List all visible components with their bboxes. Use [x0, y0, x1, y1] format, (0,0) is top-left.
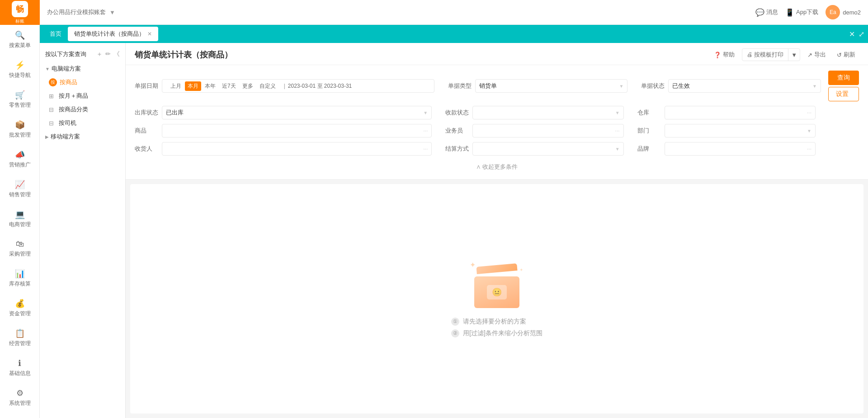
- empty-tip-2: ② 用[过滤]条件来缩小分析范围: [451, 329, 542, 337]
- page-content: 按以下方案查询 ＋ ✏ 《 ▼ 电脑端方案 按 按商品 ⊞: [40, 43, 868, 418]
- tab-close-icon[interactable]: ✕: [147, 31, 152, 37]
- sidebar-icon-wholesale: 📦: [15, 120, 25, 130]
- empty-state: 😐 ✦ ✦ ① 请先选择要分析的方案: [451, 261, 542, 337]
- filter-row-4: 收货人 ··· 结算方式 ▼: [135, 142, 859, 156]
- template-print-button[interactable]: 🖨 按模板打印 ▼: [742, 48, 801, 61]
- tree-group-mobile-header[interactable]: ▶ 移动端方案: [40, 130, 125, 143]
- settings-button[interactable]: 设置: [828, 87, 859, 101]
- sidebar-icon-base: ℹ: [18, 358, 21, 368]
- sidebar-label-marketing: 营销推广: [9, 161, 31, 169]
- message-button[interactable]: 💬 消息: [755, 8, 778, 17]
- tree-group-mobile: ▶ 移动端方案: [40, 130, 125, 143]
- sidebar-label-base: 基础信息: [9, 370, 31, 377]
- sidebar-item-quick-nav[interactable]: ⚡快捷导航: [0, 55, 39, 85]
- docstatus-select[interactable]: 已生效 ▼: [668, 79, 821, 93]
- sidebar-item-purchase[interactable]: 🛍采购管理: [0, 234, 39, 263]
- tree-item-by-cashier[interactable]: ⊟ 按司机: [40, 116, 125, 130]
- tab-close-all-icon[interactable]: ✕: [849, 30, 855, 38]
- template-print-arrow-icon[interactable]: ▼: [788, 50, 800, 60]
- tree-group-desktop-header[interactable]: ▼ 电脑端方案: [40, 62, 125, 76]
- date-selector[interactable]: 上月本月本年近7天更多自定义 | 2023-03-01 至 2023-03-31: [162, 79, 434, 93]
- date-label: 单据日期: [135, 82, 162, 90]
- tree-group-label: 电脑端方案: [52, 65, 81, 73]
- warehouse-select[interactable]: 已出库 ▼: [162, 106, 432, 119]
- date-range-text: 2023-03-01 至 2023-03-31: [288, 82, 352, 90]
- sidebar-item-finance[interactable]: 💰资金管理: [0, 293, 39, 323]
- sidebar: 畅 标账 🔍搜索菜单⚡快捷导航🛒零售管理📦批发管理📣营销推广📈销售管理💻电商管理…: [0, 0, 40, 418]
- box-face-emoji: 😐: [492, 287, 502, 297]
- sidebar-icon-system: ⚙: [16, 388, 24, 398]
- salesman-input[interactable]: ···: [472, 124, 623, 138]
- refresh-icon: ↺: [837, 52, 842, 58]
- sidebar-icon-search: 🔍: [15, 30, 25, 40]
- logo-icon: 畅: [12, 1, 28, 17]
- sidebar-icon-inventory: 📊: [15, 269, 25, 279]
- settlement-select[interactable]: ▼: [472, 142, 623, 156]
- query-button[interactable]: 查询: [828, 71, 859, 85]
- collapse-row: ∧ 收起更多条件: [135, 160, 859, 174]
- date-quick-btn-自定义[interactable]: 自定义: [257, 81, 278, 91]
- product-input[interactable]: ···: [162, 124, 432, 138]
- receiptstatus-select[interactable]: ▼: [472, 106, 623, 119]
- brand-input[interactable]: ···: [665, 142, 816, 156]
- edit-scheme-button[interactable]: ✏: [105, 50, 111, 58]
- sidebar-item-enterprise[interactable]: 🤝企业协同: [0, 413, 39, 418]
- breadcrumb-arrow[interactable]: ▼: [109, 9, 115, 16]
- tab-expand-icon[interactable]: ⤢: [859, 30, 864, 38]
- add-scheme-button[interactable]: ＋: [96, 50, 103, 58]
- tip-num-2: ②: [451, 329, 459, 337]
- sidebar-item-wholesale[interactable]: 📦批发管理: [0, 114, 39, 144]
- warehouse-arrow-icon: ▼: [423, 110, 428, 115]
- tree-item-label: 按商品: [60, 78, 77, 86]
- tab-home[interactable]: 首页: [43, 27, 68, 41]
- filter-receiptstatus-field: 收款状态 ▼: [445, 106, 623, 119]
- title-actions: ❓ 帮助 🖨 按模板打印 ▼ ↗ 导出: [710, 48, 859, 61]
- sidebar-item-sales[interactable]: 📈销售管理: [0, 174, 39, 204]
- export-button[interactable]: ↗ 导出: [804, 49, 830, 61]
- tree-item-icon: 按: [49, 78, 57, 86]
- salesman-label: 业务员: [445, 127, 472, 135]
- date-quick-btn-更多[interactable]: 更多: [240, 81, 256, 91]
- sidebar-item-inventory[interactable]: 📊库存核算: [0, 263, 39, 293]
- collapse-filter-button[interactable]: ∧ 收起更多条件: [473, 160, 521, 174]
- tree-item-by-product[interactable]: 按 按商品: [40, 76, 125, 89]
- warehouse2-input[interactable]: ···: [665, 106, 816, 119]
- main: 办公用品行业模拟账套 ▼ 💬 消息 📱 App下载 Ea demo2 首页: [40, 0, 868, 418]
- template-print-label[interactable]: 🖨 按模板打印: [742, 49, 789, 61]
- sidebar-item-marketing[interactable]: 📣营销推广: [0, 144, 39, 174]
- warehouse-label: 出库状态: [135, 109, 162, 117]
- sidebar-item-base[interactable]: ℹ基础信息: [0, 353, 39, 383]
- doctype-select[interactable]: 销货单 ▼: [475, 79, 628, 93]
- header-right: 💬 消息 📱 App下载 Ea demo2: [755, 5, 861, 19]
- tree-item-label: 按司机: [59, 119, 76, 127]
- tree-item-by-category[interactable]: ⊟ 按商品分类: [40, 103, 125, 116]
- sidebar-item-search[interactable]: 🔍搜索菜单: [0, 25, 39, 55]
- sidebar-icon-operation: 📋: [15, 328, 25, 338]
- tree-sub-icon: ⊟: [49, 106, 56, 113]
- sidebar-item-operation[interactable]: 📋经营管理: [0, 323, 39, 353]
- date-quick-btn-上月[interactable]: 上月: [168, 81, 184, 91]
- receiver-input[interactable]: ···: [162, 142, 432, 156]
- date-quick-btn-本年[interactable]: 本年: [202, 81, 218, 91]
- doctype-label: 单据类型: [448, 82, 475, 90]
- page-title-bar: 销货单统计计表（按商品） ❓ 帮助 🖨 按模板打印 ▼ ↗: [126, 43, 868, 65]
- date-quick-btn-本月[interactable]: 本月: [185, 81, 201, 91]
- tree-item-by-month-product[interactable]: ⊞ 按月＋商品: [40, 89, 125, 103]
- tab-bar-right: ✕ ⤢: [849, 30, 864, 38]
- date-quick-btn-近7天[interactable]: 近7天: [219, 81, 239, 91]
- action-buttons: 查询 设置: [828, 71, 859, 101]
- sidebar-item-system[interactable]: ⚙系统管理: [0, 383, 39, 413]
- refresh-button[interactable]: ↺ 刷新: [833, 49, 859, 61]
- user-avatar-button[interactable]: Ea demo2: [826, 5, 861, 19]
- filter-doctype-field: 单据类型 销货单 ▼: [448, 79, 628, 93]
- sidebar-item-retail[interactable]: 🛒零售管理: [0, 85, 39, 114]
- sidebar-item-ecommerce[interactable]: 💻电商管理: [0, 204, 39, 234]
- department-select[interactable]: ▼: [665, 124, 816, 138]
- collapse-panel-button[interactable]: 《: [113, 50, 120, 58]
- app-download-button[interactable]: 📱 App下载: [785, 8, 818, 17]
- tree-collapse-icon: ▶: [45, 134, 49, 139]
- help-button[interactable]: ❓ 帮助: [710, 49, 738, 61]
- receiptstatus-label: 收款状态: [445, 109, 472, 117]
- tab-sales-stat[interactable]: 销货单统计计表（按商品） ✕: [68, 27, 158, 41]
- help-icon: ❓: [714, 52, 721, 58]
